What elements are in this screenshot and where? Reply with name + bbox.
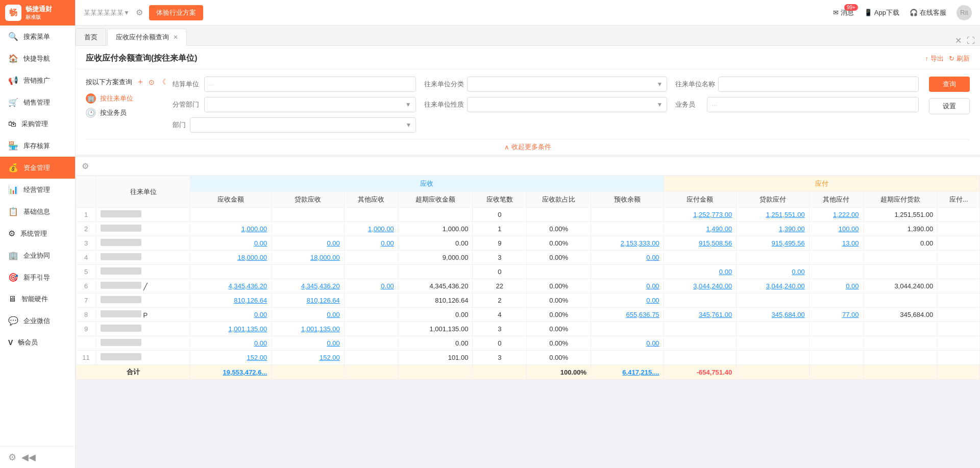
table-cell[interactable]: 0.00 [190, 236, 272, 251]
sidebar-item-guide[interactable]: 🎯 新手引导 [0, 266, 75, 288]
customer-type-select[interactable]: ▼ [467, 97, 668, 112]
export-button[interactable]: ↑ 导出 [925, 54, 944, 63]
table-cell[interactable]: 915,508.56 [664, 236, 737, 251]
collapse-more-btn[interactable]: ∧ 收起更多条件 [86, 139, 970, 155]
table-cell[interactable]: 0.00 [591, 336, 664, 351]
table-cell[interactable]: 4,345,436.20 [272, 279, 345, 293]
table-scroll[interactable]: 往来单位 应收 应付 应收金额 贷款应收 其他应收 超期应收金额 应收笔数 应收… [76, 176, 980, 380]
table-cell[interactable]: 3,044,240.00 [737, 279, 810, 293]
table-cell [938, 222, 980, 236]
table-cell[interactable]: 0.00 [591, 279, 664, 293]
summary-ar-amount[interactable]: 19,553,472,6... [190, 365, 272, 380]
sidebar-item-search[interactable]: 🔍 搜索菜单 [0, 26, 75, 47]
refresh-button[interactable]: ↻ 刷新 [949, 54, 970, 63]
table-cell[interactable]: 0.00 [272, 236, 345, 251]
sidebar-item-system[interactable]: ⚙ 系统管理 [0, 223, 75, 244]
scheme-by-staff[interactable]: 🕐 按业务员 [86, 106, 167, 120]
sidebar-gear-icon[interactable]: ⚙ [8, 452, 16, 463]
customer-cell [96, 351, 190, 365]
summary-ar-prepay[interactable]: 6,417,215.... [591, 365, 664, 380]
table-cell[interactable]: 0.00 [190, 308, 272, 322]
table-cell[interactable]: 0.00 [591, 251, 664, 265]
sidebar-item-marketing[interactable]: 📢 营销推广 [0, 69, 75, 91]
message-button[interactable]: ✉ 消息 99 [833, 8, 854, 17]
settings-scheme-icon[interactable]: ⊙ [149, 78, 155, 86]
sidebar-item-hardware[interactable]: 🖥 智能硬件 [0, 288, 75, 310]
table-cell[interactable]: 1,251,551.00 [737, 208, 810, 222]
sidebar-item-purchase[interactable]: 🛍 采购管理 [0, 113, 75, 135]
table-cell[interactable]: 0.00 [809, 279, 863, 293]
table-cell [664, 322, 737, 336]
tab-arbalance[interactable]: 应收应付余额查询 ✕ [107, 29, 187, 46]
table-cell[interactable]: 0.00 [344, 279, 398, 293]
table-cell[interactable]: 3,044,240.00 [664, 279, 737, 293]
user-menu[interactable]: Rit [957, 5, 972, 20]
table-cell[interactable]: 1,001,135.00 [190, 322, 272, 336]
table-cell[interactable]: 0.00 [664, 265, 737, 279]
table-cell[interactable]: 18,000.00 [190, 251, 272, 265]
customer-name-input[interactable] [718, 77, 919, 92]
table-cell[interactable]: 810,126.64 [190, 293, 272, 308]
table-cell[interactable]: 0.00 [591, 293, 664, 308]
table-cell[interactable]: 13.00 [809, 236, 863, 251]
dept-select[interactable]: ▼ [190, 117, 416, 133]
sidebar-item-operations[interactable]: 📊 经营管理 [0, 179, 75, 201]
table-cell[interactable]: 2,153,333.00 [591, 236, 664, 251]
promo-button[interactable]: 体验行业方案 [149, 5, 203, 20]
table-cell[interactable]: 1,001,135.00 [272, 322, 345, 336]
sidebar-item-member[interactable]: V 畅会员 [0, 332, 75, 353]
table-cell[interactable]: 0.00 [272, 308, 345, 322]
table-cell[interactable]: 0.00 [190, 336, 272, 351]
app-download-button[interactable]: 📱 App下载 [864, 8, 899, 17]
salesperson-input[interactable]: ··· [707, 97, 919, 112]
settlement-input[interactable]: ··· [204, 77, 416, 92]
table-settings-icon[interactable]: ⚙ [82, 161, 89, 171]
table-cell[interactable]: 4,345,436.20 [190, 279, 272, 293]
table-cell[interactable]: 915,495.56 [737, 236, 810, 251]
sidebar-item-wechat[interactable]: 💬 企业微信 [0, 310, 75, 332]
header-settings-icon[interactable]: ⚙ [136, 8, 143, 17]
table-cell[interactable]: 1,222.00 [809, 208, 863, 222]
query-button[interactable]: 查询 [929, 77, 970, 92]
sidebar-item-sales[interactable]: 🛒 销售管理 [0, 91, 75, 113]
table-cell[interactable]: 152.00 [272, 351, 345, 365]
tab-expand-icon[interactable]: ⛶ [967, 36, 975, 45]
add-scheme-icon[interactable]: ＋ [136, 77, 144, 87]
category-select[interactable]: ▼ [467, 77, 668, 92]
table-cell[interactable]: 1,252,773.00 [664, 208, 737, 222]
table-cell[interactable]: 152.00 [190, 351, 272, 365]
table-cell[interactable]: 345,684.00 [737, 308, 810, 322]
collapse-scheme-icon[interactable]: 《 [159, 78, 166, 87]
table-cell[interactable]: 0.00 [737, 265, 810, 279]
table-cell[interactable]: 77.00 [809, 308, 863, 322]
sidebar-item-basicinfo[interactable]: 📋 基础信息 [0, 201, 75, 223]
table-cell [737, 351, 810, 365]
sidebar-item-enterprise[interactable]: 🏢 企业协同 [0, 244, 75, 266]
table-cell[interactable]: 810,126.64 [272, 293, 345, 308]
tab-close-icon[interactable]: ✕ [173, 34, 178, 41]
sidebar-item-quicknav[interactable]: 🏠 快捷导航 [0, 47, 75, 69]
set-button[interactable]: 设置 [929, 98, 970, 114]
tab-home[interactable]: 首页 [76, 28, 106, 45]
tab-close-all-icon[interactable]: ✕ [955, 36, 962, 45]
table-cell[interactable]: 345,761.00 [664, 308, 737, 322]
table-cell: 6 [76, 279, 96, 293]
branch-dept-select[interactable]: ▼ [204, 97, 416, 112]
table-cell: 1,001,135.00 [398, 322, 473, 336]
sidebar-item-inventory[interactable]: 🏪 库存核算 [0, 135, 75, 157]
sidebar-collapse-icon[interactable]: ◀◀ [21, 452, 36, 463]
breadcrumb-chevron-icon[interactable]: ▼ [124, 9, 130, 16]
scheme-by-customer[interactable]: 🏢 按往来单位 [86, 91, 167, 106]
table-cell[interactable]: 0.00 [344, 236, 398, 251]
table-cell[interactable]: 1,000.00 [344, 222, 398, 236]
table-cell[interactable]: 655,636.75 [591, 308, 664, 322]
sidebar-item-finance[interactable]: 💰 资金管理 [0, 157, 75, 179]
table-cell[interactable]: 0.00 [272, 336, 345, 351]
service-button[interactable]: 🎧 在线客服 [910, 8, 946, 17]
table-cell[interactable]: 1,490.00 [664, 222, 737, 236]
table-cell[interactable]: 1,390.00 [737, 222, 810, 236]
table-cell[interactable]: 18,000.00 [272, 251, 345, 265]
table-cell[interactable]: 100.00 [809, 222, 863, 236]
summary-ap-amount: -654,751.40 [664, 365, 737, 380]
table-cell[interactable]: 1,000.00 [190, 222, 272, 236]
